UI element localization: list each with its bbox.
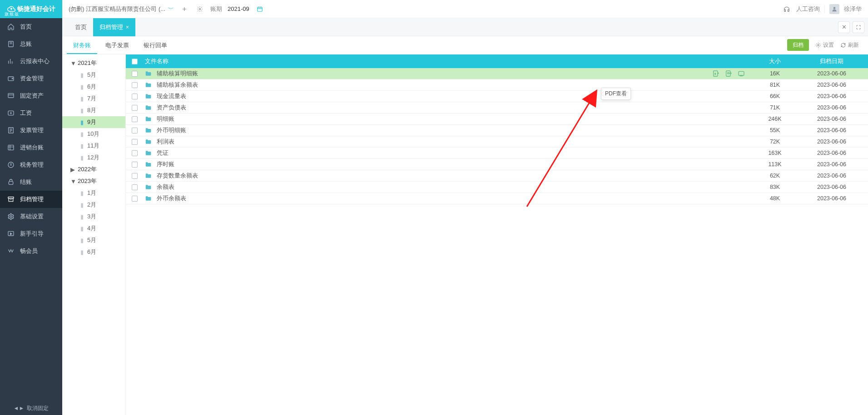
nav-psi[interactable]: 进销台账 [0, 139, 62, 156]
row-checkbox[interactable] [132, 150, 138, 156]
nav-archive[interactable]: 归档管理 [0, 191, 62, 208]
table-row[interactable]: 序时账113K2023-06-06 [126, 159, 868, 170]
row-checkbox[interactable] [132, 94, 138, 99]
folder-icon [145, 82, 151, 88]
tree-month-active[interactable]: ▮9月 [62, 116, 125, 128]
row-checkbox[interactable] [132, 173, 138, 179]
tree-month[interactable]: ▮11月 [62, 140, 125, 152]
tab-home[interactable]: 首页 [69, 18, 93, 36]
nav-cloud-reports[interactable]: 云报表中心 [0, 53, 62, 70]
nav-settings[interactable]: 基础设置 [0, 208, 62, 225]
svg-rect-13 [258, 7, 263, 11]
file-size: 62K [750, 173, 800, 179]
row-checkbox[interactable] [132, 71, 138, 77]
nav-vip[interactable]: 畅会员 [0, 242, 62, 260]
svg-rect-9 [8, 197, 14, 198]
table-row[interactable]: 外币明细账55K2023-06-06 [126, 125, 868, 136]
folder-icon: ▮ [80, 107, 84, 114]
table-row[interactable]: 现金流量表66K2023-06-06 [126, 91, 868, 102]
table-row[interactable]: 存货数量余额表62K2023-06-06 [126, 170, 868, 182]
table-row[interactable]: 明细账246K2023-06-06 [126, 114, 868, 125]
row-checkbox[interactable] [132, 184, 138, 190]
select-all-checkbox[interactable] [132, 59, 138, 64]
user-name[interactable]: 徐泽华 [844, 5, 862, 13]
subtab-einvoice[interactable]: 电子发票 [99, 37, 135, 54]
folder-icon: ▮ [80, 95, 84, 102]
tree-month[interactable]: ▮10月 [62, 128, 125, 140]
period-value[interactable]: 2021-09 [228, 5, 249, 12]
refresh-link[interactable]: 刷新 [840, 41, 859, 49]
tab-archive[interactable]: 归档管理 × [93, 18, 135, 36]
tree-month[interactable]: ▮2月 [62, 199, 125, 211]
tree-year-2022[interactable]: ▶2022年 [62, 163, 125, 175]
nav-fixed-assets[interactable]: 固定资产 [0, 87, 62, 104]
nav-invoice[interactable]: 发票管理 [0, 122, 62, 139]
tabs-close-button[interactable]: ✕ [838, 21, 850, 33]
subtab-finance[interactable]: 财务账 [67, 37, 97, 54]
tree-month[interactable]: ▮1月 [62, 187, 125, 199]
nav-ledger[interactable]: 总账 [0, 35, 62, 53]
table-row[interactable]: 外币余额表48K2023-06-06 [126, 193, 868, 204]
tree-month[interactable]: ▮8月 [62, 104, 125, 116]
brand-edition: 旗舰版 [5, 11, 20, 17]
pdf-view-icon[interactable] [737, 69, 745, 78]
fullscreen-button[interactable] [853, 21, 864, 33]
tree-year-2023[interactable]: ▼2023年 [62, 175, 125, 187]
row-checkbox[interactable] [132, 162, 138, 168]
table-row[interactable]: 余额表83K2023-06-06 [126, 182, 868, 193]
tree-month[interactable]: ▮6月 [62, 81, 125, 93]
close-icon[interactable]: × [126, 24, 129, 30]
subtab-bankslip[interactable]: 银行回单 [137, 37, 174, 54]
folder-icon: ▮ [80, 72, 84, 79]
table-row[interactable]: 资产负债表71K2023-06-06 [126, 102, 868, 114]
row-checkbox[interactable] [132, 139, 138, 145]
nav-funds[interactable]: 资金管理 [0, 70, 62, 87]
tree-month[interactable]: ▮3月 [62, 211, 125, 222]
avatar[interactable] [829, 4, 839, 14]
row-checkbox[interactable] [132, 82, 138, 88]
archive-date: 2023-06-06 [800, 195, 868, 202]
calendar-icon[interactable] [255, 4, 265, 14]
archive-date: 2023-06-06 [800, 173, 868, 179]
tree-month[interactable]: ▮12月 [62, 152, 125, 163]
settings-gear-icon[interactable] [195, 4, 205, 14]
tree-year-2021[interactable]: ▼2021年 [62, 57, 125, 69]
nav-close-period[interactable]: 结账 [0, 173, 62, 191]
year-tree: ▼2021年 ▮5月 ▮6月 ▮7月 ▮8月 ▮9月 ▮10月 ▮11月 ▮12… [62, 54, 126, 415]
nav-guide[interactable]: 新手引导 [0, 225, 62, 242]
folder-open-icon: ▮ [80, 119, 84, 126]
table-row[interactable]: 辅助核算明细账16K2023-06-06 [126, 68, 868, 79]
col-size-label: 大小 [769, 58, 781, 64]
tree-month[interactable]: ▮5月 [62, 234, 125, 246]
nav-home[interactable]: 首页 [0, 18, 62, 35]
table-row[interactable]: 凭证163K2023-06-06 [126, 148, 868, 159]
company-selector[interactable]: (勿删) 江西服宝精品有限责任公司 (... ﹀ [69, 5, 174, 13]
row-checkbox[interactable] [132, 196, 138, 202]
row-checkbox[interactable] [132, 105, 138, 111]
folder-icon [145, 195, 151, 202]
tree-month[interactable]: ▮6月 [62, 246, 125, 258]
consult-label[interactable]: 人工咨询 [796, 5, 820, 13]
download-excel-icon[interactable] [712, 69, 720, 78]
nav-salary[interactable]: 工资 [0, 104, 62, 122]
table-row[interactable]: 辅助核算余额表81K2023-06-06 [126, 79, 868, 91]
archive-date: 2023-06-06 [800, 82, 868, 88]
tree-month[interactable]: ▮7月 [62, 93, 125, 104]
settings-link[interactable]: 设置 [815, 41, 834, 49]
file-name: 序时账 [157, 161, 174, 168]
folder-icon [145, 184, 151, 190]
row-checkbox[interactable] [132, 128, 138, 133]
tree-month[interactable]: ▮5月 [62, 69, 125, 81]
headset-icon[interactable] [782, 4, 792, 14]
svg-point-12 [199, 8, 201, 10]
pdf-view-tooltip: PDF查看 [601, 88, 631, 100]
row-checkbox[interactable] [132, 116, 138, 122]
table-row[interactable]: 利润表72K2023-06-06 [126, 136, 868, 148]
archive-button[interactable]: 归档 [787, 39, 809, 51]
nav-tax[interactable]: 税务管理 [0, 156, 62, 173]
add-button[interactable] [179, 4, 189, 14]
tree-month[interactable]: ▮4月 [62, 222, 125, 234]
grid-header: 文件名称 大小 归档日期 [126, 54, 868, 68]
nav-unpin[interactable]: ◄► 取消固定 [0, 401, 62, 415]
download-pdf-icon[interactable] [724, 69, 733, 78]
